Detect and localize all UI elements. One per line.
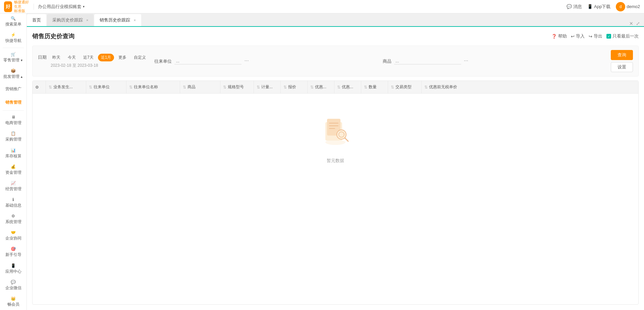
last-only-checkbox-label[interactable]: ✓ 只看最后一次 <box>606 33 639 39</box>
goods-filter-label: 商品 <box>383 58 391 64</box>
lightning-icon: ⚡ <box>11 33 16 37</box>
sidebar-item-retail[interactable]: 🛒 零售管理▼ <box>0 49 26 66</box>
tab-close-purchase[interactable]: × <box>86 18 88 22</box>
sidebar-item-inventory[interactable]: 📊 库存核算 <box>0 145 26 161</box>
top-bar-right: 💬 消息 📱 App下载 d demo2 <box>567 2 640 11</box>
th-biz-date[interactable]: ⇅ 业务发生... <box>46 81 86 93</box>
import-button[interactable]: ↩ 导入 <box>571 33 585 39</box>
settings-button[interactable]: 设置 <box>611 62 633 72</box>
tab-purchase-history[interactable]: 采购历史价跟踪 × <box>47 14 94 26</box>
th-quote-price[interactable]: ⇅ 报价 <box>281 81 308 93</box>
date-btn-custom[interactable]: 自定义 <box>131 54 149 61</box>
sort-icon: ⇅ <box>337 85 340 90</box>
sidebar-item-purchase[interactable]: 📋 采购管理 <box>0 128 26 145</box>
sidebar-item-base-info[interactable]: ℹ 基础信息 <box>0 195 26 211</box>
sidebar-item-sales[interactable]: 销售管理 <box>0 96 26 109</box>
sidebar-item-app-center[interactable]: 📱 应用中心 <box>0 261 26 277</box>
th-goods[interactable]: ⇅ 商品 <box>180 81 220 93</box>
sort-icon: ⇅ <box>364 85 367 90</box>
th-partner-name[interactable]: ⇅ 往来单位名称 <box>126 81 180 93</box>
sidebar-item-system[interactable]: ⚙ 系统管理 <box>0 211 26 227</box>
message-button[interactable]: 💬 消息 <box>567 4 582 10</box>
th-settings[interactable]: ⚙ <box>33 81 46 93</box>
date-range-display: 2023-02-18 至 2023-03-18 <box>49 63 149 68</box>
goods-input[interactable] <box>394 58 461 64</box>
date-btn-more[interactable]: 更多 <box>115 54 129 61</box>
tab-close-sales[interactable]: × <box>133 18 136 22</box>
date-options: 昨天 今天 近7天 近1月 更多 自定义 2023-02-18 至 2023-0… <box>49 54 149 68</box>
partner-more-icon[interactable]: ··· <box>244 58 249 64</box>
message-icon: 💬 <box>567 4 572 9</box>
th-spec[interactable]: ⇅ 规格型号 <box>220 81 254 93</box>
date-btn-yesterday[interactable]: 昨天 <box>49 54 63 61</box>
sidebar-item-vip[interactable]: 👑 畅会员 <box>0 294 26 310</box>
date-filter-group: 日期 昨天 今天 近7天 近1月 更多 自定义 2023-02-18 至 202… <box>38 54 149 68</box>
finance-icon: 💰 <box>11 164 16 169</box>
chevron-down-icon: ▾ <box>83 5 85 8</box>
date-btn-today[interactable]: 今天 <box>65 54 79 61</box>
date-buttons: 昨天 今天 近7天 近1月 更多 自定义 <box>49 54 149 61</box>
sidebar-item-quick-nav[interactable]: ⚡ 快捷导航 <box>0 30 26 46</box>
sort-icon: ⇅ <box>424 85 428 90</box>
wechat-icon: 💬 <box>11 280 16 285</box>
th-discount1[interactable]: ⇅ 优惠... <box>308 81 334 93</box>
logo-icon: 好 <box>4 1 12 12</box>
th-discount2[interactable]: ⇅ 优惠... <box>334 81 361 93</box>
sort-icon: ⇅ <box>283 85 287 90</box>
user-avatar-button[interactable]: d demo2 <box>616 2 640 11</box>
app-center-icon: 📱 <box>11 263 16 268</box>
close-window-icon[interactable]: ✕ <box>629 21 633 26</box>
sort-icon: ⇅ <box>391 85 394 90</box>
export-button[interactable]: ↪ 导出 <box>589 33 602 39</box>
empty-text: 暂元数据 <box>327 158 344 164</box>
tab-bar: 首页 采购历史价跟踪 × 销售历史价跟踪 × ✕ ⤢ <box>27 13 644 27</box>
sidebar-item-ecommerce[interactable]: 🖥 电商管理 <box>0 112 26 128</box>
tab-home[interactable]: 首页 <box>27 14 46 26</box>
th-partner-code[interactable]: ⇅ 往来单位 <box>86 81 126 93</box>
sidebar-item-guide[interactable]: 🎯 新手引导 <box>0 244 26 260</box>
operations-icon: 📈 <box>11 181 16 186</box>
chevron-down-icon: ▼ <box>20 59 23 62</box>
page-actions: ❓ 帮助 ↩ 导入 ↪ 导出 ✓ 只看最后一次 <box>551 33 639 39</box>
partner-filter-label: 往来单位 <box>154 58 172 64</box>
sidebar-item-enterprise[interactable]: 🤝 企业协同 <box>0 227 26 244</box>
vip-icon: 👑 <box>11 296 16 301</box>
th-unit[interactable]: ⇅ 计量... <box>254 81 281 93</box>
avatar: d <box>616 2 625 11</box>
sidebar-item-operations[interactable]: 📈 经营管理 <box>0 178 26 195</box>
sidebar-item-finance[interactable]: 💰 资金管理 <box>0 162 26 178</box>
sort-icon: ⇅ <box>310 85 314 90</box>
top-bar-left: 好 畅捷通好生意 标准版 办公用品行业模拟账套 ▾ <box>4 0 85 13</box>
empty-icon <box>319 114 352 154</box>
table-settings-icon[interactable]: ⚙ <box>35 85 39 90</box>
goods-more-icon[interactable]: ··· <box>464 58 468 64</box>
app-selector[interactable]: 办公用品行业模拟账套 ▾ <box>34 4 85 10</box>
sort-icon: ⇅ <box>89 85 92 90</box>
table-header: ⚙ ⇅ 业务发生... ⇅ 往来单位 ⇅ 往来单位名称 <box>33 81 638 94</box>
content-area: 首页 采购历史价跟踪 × 销售历史价跟踪 × ✕ ⤢ 销售历史价查询 <box>27 13 644 310</box>
th-pre-discount-price[interactable]: ⇅ 优惠前无税单价 <box>422 81 638 93</box>
svg-line-7 <box>345 138 348 141</box>
sidebar-item-marketing[interactable]: 营销推广 <box>0 82 26 96</box>
partner-input[interactable] <box>174 58 241 64</box>
tab-sales-history[interactable]: 销售历史价跟踪 × <box>94 14 141 26</box>
th-qty[interactable]: ⇅ 数量 <box>361 81 388 93</box>
help-button[interactable]: ❓ 帮助 <box>551 33 567 39</box>
filter-buttons: 查询 设置 <box>611 50 633 72</box>
top-bar: 好 畅捷通好生意 标准版 办公用品行业模拟账套 ▾ 💬 消息 📱 App下载 d… <box>0 0 644 13</box>
sort-icon: ⇅ <box>129 85 132 90</box>
inventory-icon: 📊 <box>11 148 16 153</box>
window-controls: ✕ ⤢ <box>625 21 644 26</box>
date-btn-7days[interactable]: 近7天 <box>80 54 97 61</box>
sidebar-item-enterprise-wechat[interactable]: 💬 企业微信 <box>0 277 26 294</box>
sidebar-divider <box>3 48 24 48</box>
sidebar-item-search-menu[interactable]: 🔍 搜索菜单 <box>0 13 26 30</box>
th-trade-type[interactable]: ⇅ 交易类型 <box>388 81 422 93</box>
query-button[interactable]: 查询 <box>611 50 633 60</box>
date-btn-1month[interactable]: 近1月 <box>98 54 114 61</box>
app-download-button[interactable]: 📱 App下载 <box>587 4 610 10</box>
sidebar-item-wholesale[interactable]: 📦 批发管理▲ <box>0 66 26 82</box>
goods-filter-group: 商品 ··· <box>383 58 605 64</box>
download-icon: 📱 <box>587 4 593 9</box>
maximize-window-icon[interactable]: ⤢ <box>636 21 640 26</box>
